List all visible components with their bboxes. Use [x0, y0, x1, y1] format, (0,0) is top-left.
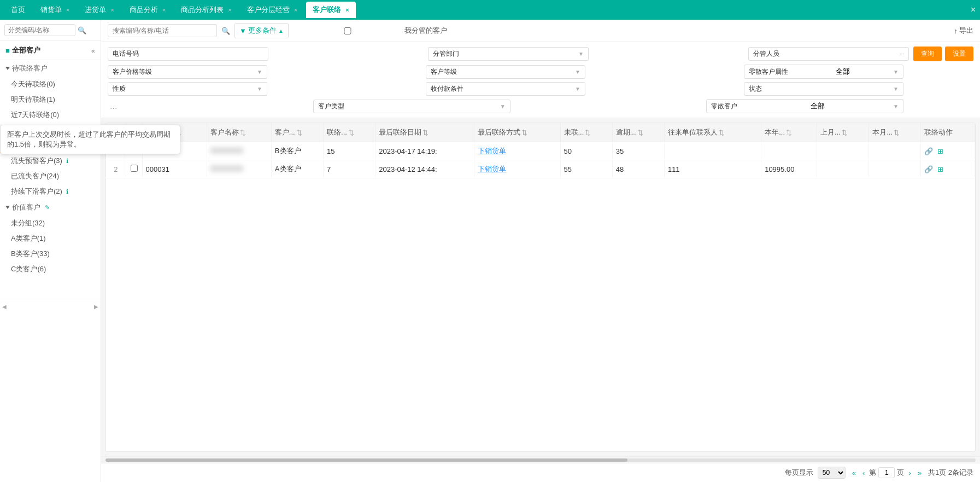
customer-price-level-arrow: ▼	[257, 69, 262, 75]
sidebar-item-class-a[interactable]: A类客户(1)	[0, 231, 101, 246]
th-overdue[interactable]: 逾期... ⇅	[612, 123, 664, 142]
row-1-name-blurred	[210, 147, 243, 154]
retail-attr-field[interactable]: 零散客户属性 全部 ▼	[744, 65, 903, 79]
sort-icon-method: ⇅	[521, 129, 527, 137]
branch-person-arrow: ···	[900, 51, 904, 57]
th-last-contact-date[interactable]: 最后联络日期 ⇅	[375, 123, 474, 142]
row-2-grid-action[interactable]: ⊞	[937, 165, 943, 173]
row-1-type: B类客户	[271, 142, 323, 160]
sidebar-item-lost[interactable]: 已流失客户(24)	[0, 169, 101, 184]
payment-terms-field[interactable]: 收付款条件 ▼	[426, 82, 585, 96]
sidebar-group-pending[interactable]: 待联络客户	[0, 60, 101, 77]
category-search-input[interactable]	[4, 24, 75, 36]
tab-customer-segment-close[interactable]: ×	[294, 7, 297, 13]
tab-customer-segment[interactable]: 客户分层经营 ×	[240, 2, 304, 18]
info-icon-3[interactable]: ℹ	[66, 188, 68, 195]
pagination-bar: 每页显示 50 100 200 « ‹ 第 页 › » 共1页 2条记录	[101, 463, 980, 482]
status-field[interactable]: 状态 ▼	[744, 82, 903, 96]
row-2-checkbox[interactable]	[131, 165, 138, 172]
th-contacts[interactable]: 往来单位联系人 ⇅	[664, 123, 761, 142]
retail-customer-field[interactable]: 零散客户 全部 ▼	[706, 99, 903, 113]
tab-product-analysis-list[interactable]: 商品分析列表 ×	[174, 2, 238, 18]
row-2-code: 000031	[142, 160, 207, 178]
page-number-input[interactable]	[878, 467, 895, 478]
sidebar-item-today[interactable]: 今天待联络(0)	[0, 77, 101, 92]
th-uncontacted[interactable]: 未联... ⇅	[560, 123, 612, 142]
branch-dept-field[interactable]: 分管部门 ▼	[428, 47, 589, 61]
sidebar-group-value[interactable]: 价值客户 ✎	[0, 199, 101, 216]
more-conditions-btn[interactable]: ▼ 更多条件 ▲	[234, 23, 289, 38]
h-scrollbar-area[interactable]	[101, 456, 980, 463]
query-button[interactable]: 查询	[913, 47, 942, 61]
branch-person-field[interactable]: 分管人员 ···	[748, 47, 909, 61]
sort-icon-count: ⇅	[348, 129, 354, 137]
top-nav: 首页 销货单 × 进货单 × 商品分析 × 商品分析列表 × 客户分层经营 × …	[0, 0, 980, 20]
row-2-type: A类客户	[271, 160, 323, 178]
info-icon-2[interactable]: ℹ	[66, 158, 68, 164]
sidebar-item-class-b[interactable]: B类客户(33)	[0, 246, 101, 262]
adv-filter-row-2: 客户价格等级 ▼ 客户等级 ▼ 零散客户属性 全部 ▼	[108, 65, 973, 79]
sort-icon-this-month: ⇅	[894, 129, 900, 137]
th-this-year[interactable]: 本年... ⇅	[761, 123, 817, 142]
tab-customer-contact-close[interactable]: ×	[345, 7, 349, 13]
next-page-btn[interactable]: ›	[906, 468, 913, 478]
row-1-grid-action[interactable]: ⊞	[937, 147, 943, 155]
customer-price-level-field[interactable]: 客户价格等级 ▼	[108, 65, 267, 79]
search-icon[interactable]: 🔍	[221, 27, 230, 35]
th-contact-count[interactable]: 联络... ⇅	[324, 123, 375, 142]
th-this-month[interactable]: 本月... ⇅	[869, 123, 921, 142]
row-1-last-method[interactable]: 下销货单	[474, 142, 560, 160]
th-last-contact-method[interactable]: 最后联络方式 ⇅	[474, 123, 560, 142]
all-customers-header[interactable]: ■ 全部客户 «	[0, 41, 101, 60]
customer-search-input[interactable]	[108, 24, 217, 37]
th-customer-name[interactable]: 客户名称 ⇅	[207, 123, 271, 142]
first-page-btn[interactable]: «	[850, 468, 858, 478]
sidebar-item-lost-warning[interactable]: 流失预警客户(3) ℹ	[0, 153, 101, 169]
more-dots[interactable]: ...	[110, 101, 117, 111]
phone-field[interactable]: 电话号码	[108, 47, 268, 61]
export-icon: ↑	[954, 27, 958, 35]
last-page-btn[interactable]: »	[916, 468, 924, 478]
per-page-select[interactable]: 50 100 200	[818, 467, 846, 479]
sidebar-item-class-c[interactable]: C类客户(6)	[0, 262, 101, 277]
row-2-last-method[interactable]: 下销货单	[474, 160, 560, 178]
export-btn[interactable]: ↑ 导出	[954, 26, 974, 36]
tab-sales-order[interactable]: 销货单 ×	[34, 2, 76, 18]
prev-page-btn[interactable]: ‹	[860, 468, 867, 478]
sidebar-item-ungrouped[interactable]: 未分组(32)	[0, 216, 101, 231]
row-2-link-action[interactable]: 🔗	[924, 165, 933, 173]
sidebar-item-tomorrow[interactable]: 明天待联络(1)	[0, 92, 101, 107]
tab-product-analysis-close[interactable]: ×	[162, 7, 166, 13]
pagination-controls: « ‹ 第 页 › »	[850, 467, 924, 478]
tab-purchase-order[interactable]: 进货单 ×	[78, 2, 120, 18]
row-1-link-action[interactable]: 🔗	[924, 147, 933, 155]
category-search-icon[interactable]: 🔍	[78, 26, 86, 34]
tab-product-analysis-list-close[interactable]: ×	[228, 7, 231, 13]
row-1-name	[207, 142, 271, 160]
customer-level-field[interactable]: 客户等级 ▼	[426, 65, 585, 79]
customer-type-field[interactable]: 客户类型 ▼	[313, 100, 510, 113]
tab-purchase-order-close[interactable]: ×	[110, 7, 114, 13]
tab-customer-contact[interactable]: 客户联络 ×	[306, 2, 355, 18]
gender-field[interactable]: 性质 ▼	[108, 82, 267, 96]
settings-button[interactable]: 设置	[945, 47, 973, 61]
customer-level-arrow: ▼	[575, 69, 580, 75]
sidebar-item-7days[interactable]: 近7天待联络(0)	[0, 107, 101, 123]
my-customers-checkbox[interactable]	[293, 27, 402, 34]
sidebar-collapse-btn[interactable]: «	[91, 47, 95, 55]
tab-sales-order-close[interactable]: ×	[66, 7, 69, 13]
row-1-actions: 🔗 ⊞	[921, 142, 975, 160]
th-actions: 联络动作	[921, 123, 975, 142]
row-2-name-blurred	[210, 165, 243, 172]
th-last-month[interactable]: 上月... ⇅	[817, 123, 869, 142]
edit-icon[interactable]: ✎	[45, 204, 50, 211]
customer-table: ⚙ 客户编码 ⇅ 客户名称	[106, 123, 975, 178]
row-1-overdue: 35	[612, 142, 664, 160]
close-all-button[interactable]: ×	[971, 5, 976, 15]
tab-home[interactable]: 首页	[4, 2, 32, 18]
tab-product-analysis[interactable]: 商品分析 ×	[123, 2, 172, 18]
sidebar-item-declining[interactable]: 持续下滑客户(2) ℹ	[0, 184, 101, 199]
value-group-tri	[5, 206, 10, 209]
th-customer-type[interactable]: 客户... ⇅	[271, 123, 323, 142]
customer-type-arrow: ▼	[500, 103, 506, 109]
